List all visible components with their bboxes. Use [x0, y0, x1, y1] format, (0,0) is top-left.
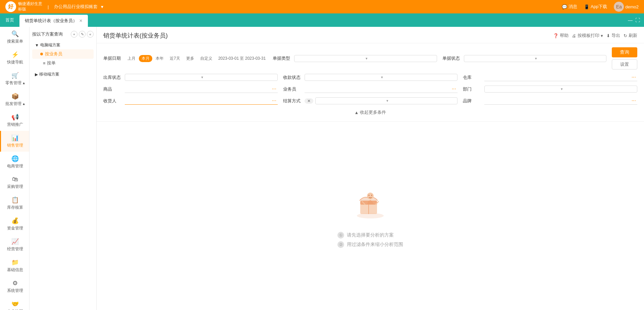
date-tab-more[interactable]: 更多	[183, 55, 197, 62]
date-tab-custom[interactable]: 自定义	[198, 55, 215, 62]
dept-chevron: ▾	[561, 87, 634, 91]
doc-type-select[interactable]: ▾	[294, 55, 437, 62]
brand-input[interactable]: ···	[484, 97, 637, 105]
mobile-expand-icon: ▶	[35, 72, 38, 77]
export-icon: ⬇	[606, 33, 610, 38]
quick-icon: ⚡	[2, 51, 28, 58]
scheme-item-salesman[interactable]: 按业务员	[32, 49, 94, 59]
collapse-panel-btn[interactable]: «	[87, 31, 94, 38]
consignee-input[interactable]: ···	[125, 97, 278, 105]
sidebar-item-search[interactable]: 🔍 搜索菜单	[0, 27, 29, 48]
sidebar-item-ecommerce[interactable]: 🌐 电商管理	[0, 152, 29, 172]
scheme-sub-order[interactable]: ≡ 按单	[32, 59, 94, 67]
query-btn[interactable]: 查询	[612, 47, 637, 57]
salesman-input[interactable]: ···	[305, 85, 458, 93]
consignee-dots[interactable]: ···	[272, 98, 276, 104]
sidebar-item-wholesale[interactable]: 📦 批发管理 ▴	[0, 89, 29, 110]
sidebar-item-basic[interactable]: 📁 基础信息	[0, 255, 29, 276]
top-bar-right: 💬 消息 📱 App下载 Ea demo2	[562, 2, 639, 12]
sidebar-item-system[interactable]: ⚙ 系统管理	[0, 276, 29, 297]
filter-goods-cell: 商品 ···	[103, 85, 278, 93]
print-icon: 🖨	[572, 33, 576, 38]
sidebar-item-retail[interactable]: 🛒 零售管理 ▴	[0, 68, 29, 89]
svg-point-5	[369, 195, 370, 196]
scheme-sub-icon: ≡	[43, 61, 46, 66]
filter-warehouse-cell: 仓库 ···	[463, 73, 637, 81]
add-scheme-btn[interactable]: +	[71, 31, 77, 38]
user-area[interactable]: Ea demo2	[614, 2, 639, 12]
mobile-scheme-label: ▶ 移动端方案	[32, 70, 94, 79]
warehouse-input[interactable]: ···	[484, 73, 637, 81]
sidebar-item-quick[interactable]: ⚡ 快捷导航	[0, 48, 29, 68]
scheme-group-label: ▼ 电脑端方案	[32, 41, 94, 49]
doc-type-chevron: ▾	[366, 56, 434, 61]
date-tab-this-month[interactable]: 本月	[139, 55, 152, 62]
doc-type-label: 单据类型	[273, 55, 291, 61]
receipt-status-select[interactable]: ▾	[305, 74, 458, 81]
receipt-status-label: 收款状态	[283, 74, 302, 81]
brand-input-field[interactable]	[486, 98, 630, 103]
brand-dots[interactable]: ···	[632, 98, 636, 104]
sidebar-item-operation[interactable]: 📈 经营管理	[0, 235, 29, 255]
settlement-chevron: ▾	[386, 99, 454, 103]
date-tabs: 上月 本月 本年 近7天 更多 自定义	[125, 55, 215, 62]
tab-home[interactable]: 首页	[0, 13, 19, 27]
tip-row-1: ① 请先选择要分析的方案	[337, 232, 403, 239]
doc-status-select[interactable]: ▾	[464, 55, 606, 62]
salesman-dots[interactable]: ···	[452, 86, 456, 92]
logo-text: 畅捷通好生意 标版	[18, 1, 42, 12]
tip-num-1: ①	[337, 232, 344, 239]
message-btn[interactable]: 💬 消息	[562, 4, 577, 10]
settlement-tag-x[interactable]: ✕	[307, 99, 311, 103]
date-tab-this-year[interactable]: 本年	[153, 55, 166, 62]
window-max-btn[interactable]: ⛶	[635, 17, 640, 23]
warehouse-dots[interactable]: ···	[632, 74, 636, 80]
goods-dots[interactable]: ···	[272, 86, 276, 92]
filter-salesman-cell: 业务员 ···	[283, 85, 458, 93]
left-panel-header: 按以下方案查询 + ✎ «	[32, 31, 94, 38]
sidebar-item-finance[interactable]: 💰 资金管理	[0, 214, 29, 235]
date-tab-last-month[interactable]: 上月	[125, 55, 138, 62]
app-download-btn[interactable]: 📱 App下载	[584, 4, 607, 10]
window-min-btn[interactable]: —	[628, 17, 633, 23]
system-icon: ⚙	[2, 279, 28, 287]
edit-scheme-btn[interactable]: ✎	[79, 31, 86, 38]
sales-icon: 📊	[2, 134, 28, 142]
warehouse-input-field[interactable]	[486, 75, 630, 80]
tab-close-icon[interactable]: ✕	[79, 18, 83, 23]
tab-sales-stat[interactable]: 销货单统计表（按业务员） ✕	[19, 15, 88, 27]
collapse-btn[interactable]: ▲ 收起更多条件	[103, 107, 637, 117]
print-btn[interactable]: 🖨 按模板打印 ▾	[572, 33, 603, 39]
download-icon: 📱	[584, 4, 589, 9]
settlement-tag[interactable]: ✕	[305, 98, 313, 104]
tab-bar: 首页 销货单统计表（按业务员） ✕ — ⛶	[0, 13, 644, 27]
out-status-select[interactable]: ▾	[125, 74, 278, 81]
sidebar-item-sales[interactable]: 📊 销售管理	[0, 131, 29, 152]
left-panel-title: 按以下方案查询	[32, 31, 63, 37]
help-btn[interactable]: ❓ 帮助	[553, 33, 569, 39]
refresh-btn[interactable]: ↻ 刷新	[624, 33, 637, 39]
sidebar-item-inventory[interactable]: 📋 库存核算	[0, 193, 29, 214]
consignee-input-field[interactable]	[126, 98, 271, 103]
date-tab-last7[interactable]: 近7天	[167, 55, 183, 62]
subtitle-dropdown[interactable]: ▾	[101, 4, 103, 9]
goods-input-field[interactable]	[126, 87, 271, 92]
help-icon: ❓	[553, 33, 558, 38]
sidebar-item-marketing[interactable]: 📢 营销推广	[0, 110, 29, 131]
empty-illustration	[350, 184, 390, 225]
logo-area: 好 畅捷通好生意 标版	[5, 1, 42, 12]
filter-date-wrap: 上月 本月 本年 近7天 更多 自定义 2023-03-01 至 2023-03…	[125, 55, 267, 62]
filter-row-4: 收货人 ··· 结算方式 ✕	[103, 97, 637, 105]
logo-icon: 好	[5, 1, 16, 12]
scheme-group-desktop: ▼ 电脑端方案 按业务员 ≡ 按单	[32, 41, 94, 67]
sidebar-item-coop[interactable]: 🤝 企业协同	[0, 297, 29, 310]
marketing-icon: 📢	[2, 113, 28, 121]
salesman-input-field[interactable]	[306, 87, 450, 92]
setting-btn[interactable]: 设置	[612, 59, 637, 69]
filter-out-status-cell: 出库状态 ▾	[103, 74, 278, 81]
dept-select[interactable]: ▾	[484, 86, 637, 93]
settlement-select[interactable]: ▾	[315, 97, 458, 104]
export-btn[interactable]: ⬇ 导出	[606, 33, 620, 39]
sidebar-item-purchase[interactable]: 🛍 采购管理	[0, 172, 29, 193]
goods-input[interactable]: ···	[125, 85, 278, 93]
